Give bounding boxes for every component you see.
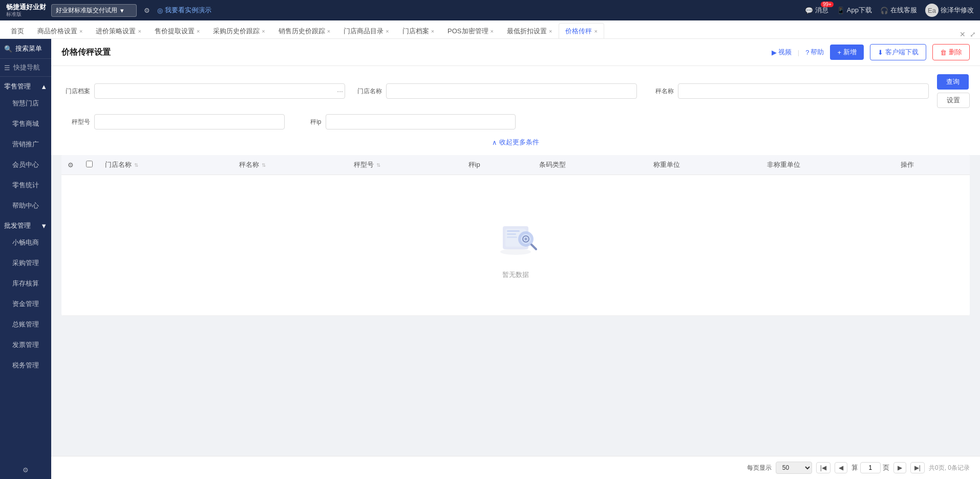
tab-purchase-history-close[interactable]: × — [262, 28, 265, 34]
setting-button[interactable]: 设置 — [937, 93, 970, 108]
settings-icon[interactable]: ⚙ — [142, 5, 152, 16]
prev-page-btn[interactable]: ◀ — [835, 462, 847, 473]
store-name-label: 门店名称 — [353, 87, 382, 96]
tab-sale-history-label: 销售历史价跟踪 — [279, 27, 325, 36]
tab-sale-history-close[interactable]: × — [327, 28, 330, 34]
tab-commodity-price[interactable]: 商品价格设置 × — [31, 23, 89, 38]
sidebar-settings-icon[interactable]: ⚙ — [0, 461, 51, 479]
search-form: 门店档案 ··· 门店名称 秤名称 查询 — [51, 66, 980, 155]
tab-pos-encrypt-label: POS加密管理 — [448, 27, 488, 36]
scale-name-input[interactable] — [678, 83, 929, 99]
tab-price-transfer-close[interactable]: × — [594, 28, 597, 34]
empty-text: 暂无数据 — [502, 270, 529, 279]
table-settings-icon[interactable]: ⚙ — [68, 161, 74, 169]
store-archive-input[interactable] — [94, 83, 345, 99]
sidebar-item-general-ledger[interactable]: 总账管理 — [2, 315, 49, 334]
help-link[interactable]: ? 帮助 — [805, 48, 824, 57]
tab-purchase-strategy-close[interactable]: × — [138, 28, 141, 34]
sidebar-item-purchase[interactable]: 采购管理 — [2, 253, 49, 273]
app-download-btn[interactable]: 📱 App下载 — [837, 6, 872, 15]
tab-purchase-strategy[interactable]: 进价策略设置 × — [89, 23, 147, 38]
sidebar-item-stock[interactable]: 库存核算 — [2, 274, 49, 293]
delete-label: 删除 — [949, 48, 962, 57]
tab-sale-history[interactable]: 销售历史价跟踪 × — [272, 23, 337, 38]
query-label: 查询 — [946, 77, 960, 86]
sidebar-item-invoice[interactable]: 发票管理 — [2, 335, 49, 355]
tab-commodity-price-close[interactable]: × — [79, 28, 82, 34]
sidebar-item-ecommerce[interactable]: 小畅电商 — [2, 233, 49, 252]
version-selector[interactable]: 好业财标准版交付试用 ▾ — [51, 4, 137, 17]
th-scale-ip: 秤ip — [462, 155, 533, 175]
tab-store-archive[interactable]: 门店档案 × — [396, 23, 441, 38]
tab-purchase-history[interactable]: 采购历史价跟踪 × — [206, 23, 271, 38]
sidebar-item-retail-stats[interactable]: 零售统计 — [2, 176, 49, 195]
tab-home[interactable]: 首页 — [4, 23, 31, 38]
empty-state: 暂无数据 — [68, 180, 964, 310]
tab-store-archive-close[interactable]: × — [431, 28, 434, 34]
demo-link[interactable]: ◎ 我要看实例演示 — [157, 6, 211, 15]
tab-pos-encrypt-close[interactable]: × — [491, 28, 494, 34]
tab-sale-extract[interactable]: 售价提取设置 × — [148, 23, 206, 38]
download-button[interactable]: ⬇ 客户端下载 — [870, 44, 926, 60]
tab-purchase-history-label: 采购历史价跟踪 — [213, 27, 260, 36]
th-barcode-type: 条码类型 — [533, 155, 647, 175]
scale-ip-input[interactable] — [326, 114, 516, 129]
sidebar-item-member[interactable]: 会员中心 — [2, 155, 49, 175]
tab-store-catalog[interactable]: 门店商品目录 × — [337, 23, 395, 38]
sidebar-item-finance[interactable]: 资金管理 — [2, 294, 49, 314]
video-label: 视频 — [778, 48, 792, 57]
video-link[interactable]: ▶ 视频 — [772, 48, 792, 57]
message-icon: 💬 — [805, 7, 813, 14]
tab-expand-icon[interactable]: ⤢ — [970, 30, 976, 38]
scale-model-input[interactable] — [94, 114, 285, 129]
tab-min-discount[interactable]: 最低折扣设置 × — [500, 23, 559, 38]
download-icon: ⬇ — [878, 49, 883, 56]
tab-min-discount-close[interactable]: × — [549, 28, 552, 34]
video-icon: ▶ — [772, 49, 777, 56]
sidebar-item-retail-mall[interactable]: 零售商城 — [2, 114, 49, 134]
sidebar-section-retail[interactable]: 零售管理 ▲ — [0, 77, 51, 93]
sidebar-item-smart-store[interactable]: 智慧门店 — [2, 94, 49, 113]
page-number-input[interactable] — [860, 462, 881, 473]
select-all-checkbox[interactable] — [86, 161, 93, 167]
sidebar-search[interactable]: 🔍 搜索菜单 — [0, 39, 51, 59]
sidebar-item-tax[interactable]: 税务管理 — [2, 356, 49, 375]
first-page-btn[interactable]: |◀ — [816, 462, 830, 473]
message-btn[interactable]: 💬 消息 99+ — [805, 6, 828, 15]
add-icon: + — [837, 49, 841, 56]
tab-pos-encrypt[interactable]: POS加密管理 × — [441, 23, 500, 38]
tab-price-transfer[interactable]: 价格传秤 × — [559, 23, 604, 38]
scale-model-label: 秤型号 — [61, 118, 90, 126]
last-page-btn[interactable]: ▶| — [910, 462, 925, 473]
online-service-btn[interactable]: 🎧 在线客服 — [880, 6, 917, 15]
tab-home-label: 首页 — [11, 27, 24, 36]
form-row-1: 门店档案 ··· 门店名称 秤名称 查询 — [61, 74, 970, 108]
sidebar-section-wholesale[interactable]: 批发管理 ▼ — [0, 216, 51, 232]
divider: | — [798, 49, 799, 56]
per-page-select[interactable]: 10 20 50 100 — [776, 462, 812, 474]
ellipsis-icon[interactable]: ··· — [337, 87, 343, 95]
tab-store-catalog-close[interactable]: × — [386, 28, 389, 34]
form-item-scale-ip: 秤ip — [293, 114, 516, 129]
collapse-label: 收起更多条件 — [499, 138, 539, 147]
next-page-btn[interactable]: ▶ — [893, 462, 906, 473]
user-menu[interactable]: Ea 徐泽华修改 — [925, 4, 974, 17]
tab-close-all-icon[interactable]: ✕ — [960, 30, 966, 38]
th-scale-ip-label: 秤ip — [468, 161, 480, 168]
download-label: 客户端下载 — [885, 48, 919, 57]
query-button[interactable]: 查询 — [937, 74, 969, 90]
delete-button[interactable]: 🗑 删除 — [932, 44, 970, 60]
delete-icon: 🗑 — [940, 49, 947, 56]
store-name-input[interactable] — [386, 83, 637, 99]
add-button[interactable]: + 新增 — [830, 45, 864, 60]
sidebar-quick-nav[interactable]: ☰ 快捷导航 — [0, 59, 51, 77]
chevron-up-icon: ∧ — [492, 139, 497, 146]
app-download-label: App下载 — [847, 6, 872, 15]
tab-price-transfer-label: 价格传秤 — [565, 27, 592, 36]
collapse-button[interactable]: ∧ 收起更多条件 — [61, 136, 970, 149]
form-item-scale-name: 秤名称 — [645, 83, 929, 99]
th-operation: 操作 — [894, 155, 970, 175]
sidebar-item-marketing[interactable]: 营销推广 — [2, 135, 49, 154]
sidebar-item-help[interactable]: 帮助中心 — [2, 196, 49, 215]
tab-sale-extract-close[interactable]: × — [197, 28, 200, 34]
